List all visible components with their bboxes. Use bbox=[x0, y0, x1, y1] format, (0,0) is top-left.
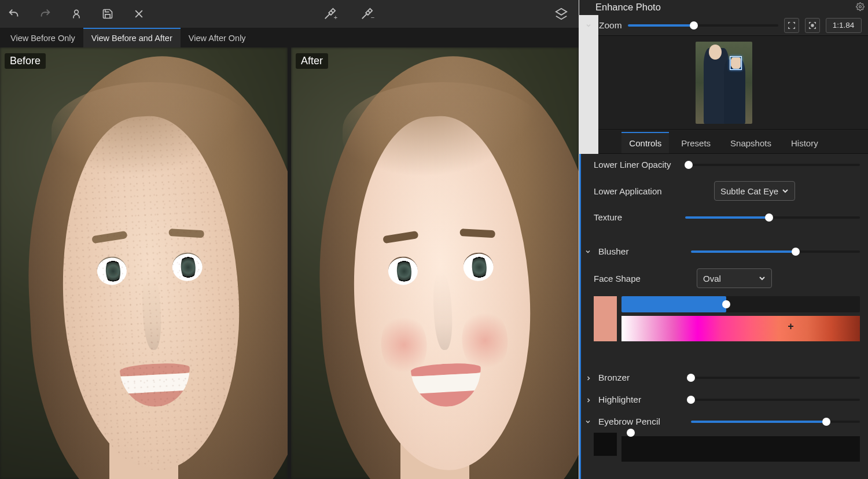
eyebrow-expander-icon[interactable] bbox=[584, 418, 593, 425]
side-panel: Enhance Photo Zoom 1:1.84 Controls bbox=[579, 0, 868, 479]
undo-icon[interactable] bbox=[3, 3, 24, 24]
zoom-fit-icon[interactable] bbox=[784, 18, 799, 33]
svg-point-5 bbox=[811, 24, 814, 27]
lock-icon[interactable] bbox=[66, 3, 87, 24]
blusher-slider[interactable] bbox=[691, 250, 860, 253]
redo-icon[interactable] bbox=[35, 3, 56, 24]
eyebrow-pencil-label: Eyebrow Pencil bbox=[598, 417, 685, 427]
close-icon[interactable] bbox=[128, 3, 149, 24]
bronzer-expander-icon[interactable] bbox=[585, 374, 592, 382]
blusher-expander-icon[interactable] bbox=[584, 248, 593, 255]
texture-slider[interactable] bbox=[685, 216, 860, 219]
side-tabs: Controls Presets Snapshots History bbox=[579, 130, 868, 154]
lower-liner-opacity-label: Lower Liner Opacity bbox=[594, 160, 678, 170]
zoom-slider[interactable] bbox=[628, 24, 778, 27]
bronzer-label: Bronzer bbox=[598, 373, 685, 383]
texture-label: Texture bbox=[594, 212, 678, 222]
eyebrow-color-swatch[interactable] bbox=[594, 433, 617, 456]
highlighter-slider[interactable] bbox=[691, 399, 860, 401]
navigator[interactable] bbox=[579, 36, 868, 130]
compare-view[interactable]: Before After bbox=[0, 47, 579, 479]
view-mode-tabs: View Before Only View Before and After V… bbox=[0, 28, 579, 47]
blusher-label: Blusher bbox=[598, 246, 685, 257]
zoom-face-icon[interactable] bbox=[805, 18, 820, 33]
lower-liner-opacity-slider[interactable] bbox=[685, 164, 860, 166]
bronzer-slider[interactable] bbox=[691, 377, 860, 379]
navigator-thumbnail[interactable] bbox=[696, 42, 752, 124]
zoom-label: Zoom bbox=[599, 20, 622, 31]
tab-presets[interactable]: Presets bbox=[674, 132, 718, 153]
svg-point-0 bbox=[75, 10, 79, 14]
main-editor: + − View Before Only View Before and Aft… bbox=[0, 0, 579, 479]
blusher-color-strip[interactable]: + bbox=[621, 316, 860, 341]
top-toolbar: + − bbox=[0, 0, 579, 28]
face-shape-select[interactable]: Oval bbox=[697, 268, 772, 288]
chevron-down-icon bbox=[781, 186, 790, 196]
tab-before-only[interactable]: View Before Only bbox=[2, 28, 83, 47]
before-panel: Before bbox=[0, 47, 288, 479]
zoom-expander-icon[interactable] bbox=[585, 22, 593, 29]
tab-after-only[interactable]: View After Only bbox=[181, 28, 254, 47]
panel-title: Enhance Photo bbox=[579, 0, 868, 15]
save-icon[interactable] bbox=[97, 3, 118, 24]
brush-minus-icon[interactable]: − bbox=[358, 3, 379, 24]
eyebrow-pencil-slider[interactable] bbox=[691, 421, 860, 423]
layers-icon[interactable] bbox=[551, 3, 572, 24]
blusher-color-swatch[interactable] bbox=[594, 296, 617, 341]
zoom-section: Zoom 1:1.84 bbox=[579, 15, 868, 36]
svg-marker-3 bbox=[556, 9, 567, 15]
navigator-viewport-box[interactable] bbox=[730, 56, 742, 70]
tab-history[interactable]: History bbox=[784, 132, 826, 153]
tab-controls[interactable]: Controls bbox=[621, 132, 669, 153]
highlighter-expander-icon[interactable] bbox=[585, 396, 592, 404]
chevron-down-icon bbox=[757, 274, 767, 283]
after-panel: After bbox=[291, 47, 579, 479]
svg-point-4 bbox=[859, 6, 862, 8]
highlighter-label: Highlighter bbox=[598, 395, 685, 405]
brush-plus-icon[interactable]: + bbox=[321, 3, 342, 24]
zoom-ratio[interactable]: 1:1.84 bbox=[826, 18, 862, 33]
after-label: After bbox=[296, 53, 328, 69]
lower-application-label: Lower Application bbox=[594, 186, 678, 196]
blusher-hue-slider[interactable] bbox=[621, 296, 860, 312]
before-label: Before bbox=[5, 53, 46, 69]
tab-before-and-after[interactable]: View Before and After bbox=[83, 28, 181, 47]
tab-snapshots[interactable]: Snapshots bbox=[723, 132, 779, 153]
lower-application-select[interactable]: Subtle Cat Eye bbox=[714, 181, 795, 201]
panel-title-text: Enhance Photo bbox=[595, 2, 661, 12]
panel-settings-icon[interactable] bbox=[856, 2, 865, 11]
eyebrow-color-strip[interactable] bbox=[621, 436, 860, 462]
face-shape-label: Face Shape bbox=[594, 274, 678, 283]
controls-pane[interactable]: Lower Liner Opacity Lower Application Su… bbox=[579, 154, 868, 479]
color-picker-cursor-icon: + bbox=[788, 320, 794, 332]
